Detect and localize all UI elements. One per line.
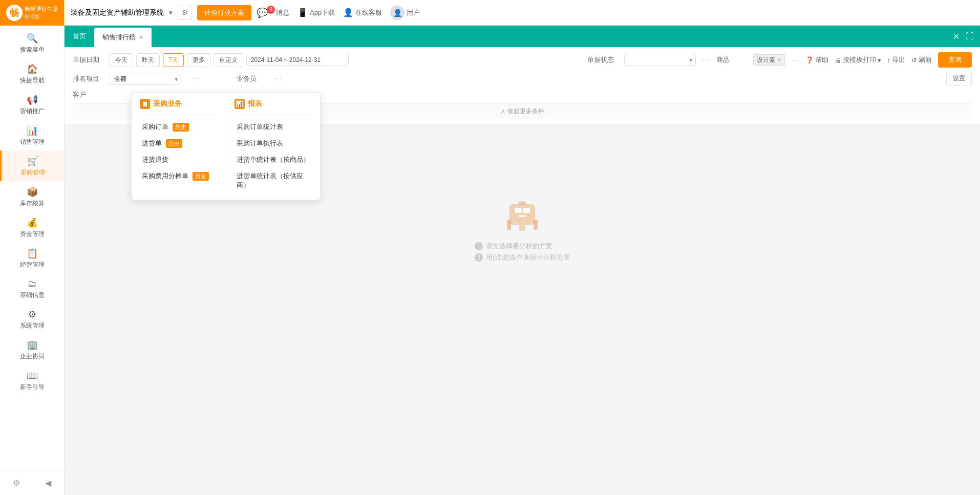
print-dropdown-icon: ▾	[878, 56, 881, 64]
tab-home[interactable]: 首页	[65, 26, 94, 47]
dot-separator-2: ⋯	[791, 55, 799, 65]
trial-button[interactable]: 体验行业方案	[197, 5, 251, 20]
dropdown-item-receive-by-product[interactable]: 进货单统计表（按商品）	[235, 152, 312, 168]
empty-hints: 1 请先选择要分析的方案 2 用[过滤]条件来缩小分析范围	[475, 242, 569, 262]
date-7days-btn[interactable]: 7天	[163, 53, 184, 67]
dropdown-item-purchase-expense[interactable]: 采购费用分摊单 历史	[140, 168, 218, 184]
sidebar-logo: 畅 畅捷通好生意 标准版	[0, 0, 64, 26]
date-more-btn[interactable]: 更多	[187, 53, 210, 67]
service-icon: 👤	[343, 8, 353, 17]
filter-row-2: 排名项目 金额 ⋯ 业务员 ⋯ 设置	[73, 72, 972, 85]
dropdown-item-receive-by-supplier[interactable]: 进货单统计表（按供应商）	[235, 168, 312, 193]
dropdown-col-report-header: 📊 报表	[235, 99, 312, 115]
state-select[interactable]	[624, 54, 696, 66]
purchase-col-title: 采购业务	[153, 99, 182, 109]
topbar: 装备及固定资产辅助管理系统 ▾ ⚙ 体验行业方案 💬 9 消息 📱 App下载 …	[65, 0, 980, 26]
sidebar-item-inventory[interactable]: 📦 库存核算	[0, 181, 64, 212]
user-label: 用户	[407, 8, 420, 17]
sidebar-item-enterprise[interactable]: 🏢 企业协同	[0, 334, 64, 365]
purchase-receive-label: 进货单	[142, 139, 162, 148]
rank-select[interactable]: 金额	[110, 73, 181, 85]
help-btn[interactable]: ❓ 帮助	[805, 55, 828, 64]
sidebar-item-purchase[interactable]: 🛒 采购管理	[0, 150, 64, 181]
empty-illustration	[497, 191, 548, 238]
purchase-dropdown-menu: 📋 采购业务 采购订单 历史 进货单 历史 进货退货 采购费用分摊单 历史	[131, 92, 321, 200]
svg-rect-2	[523, 208, 530, 213]
date-custom-btn[interactable]: 自定义	[214, 53, 243, 67]
guide-icon: 📖	[27, 370, 38, 381]
topbar-settings-btn[interactable]: ⚙	[178, 6, 192, 20]
sidebar-collapse-btn[interactable]: ◀	[43, 476, 53, 490]
product-label: 商品	[716, 55, 747, 64]
dropdown-item-order-stats[interactable]: 采购订单统计表	[235, 119, 312, 135]
message-label: 消息	[276, 8, 289, 17]
sidebar-item-guide[interactable]: 📖 新手引导	[0, 365, 64, 396]
state-select-wrap	[624, 54, 696, 66]
message-btn[interactable]: 💬 9 消息	[257, 7, 289, 18]
sidebar-item-capital[interactable]: 💰 资金管理	[0, 212, 64, 243]
empty-hint-2: 2 用[过滤]条件来缩小分析范围	[475, 253, 569, 262]
history-badge-2: 历史	[166, 139, 182, 148]
sidebar-settings-btn[interactable]: ⚙	[11, 476, 22, 490]
tab-maximize-btn[interactable]: ⛶	[964, 30, 976, 43]
marketing-icon: 📢	[27, 94, 38, 105]
operations-icon: 📋	[27, 248, 38, 259]
tab-sales-ranking-label: 销售排行榜	[102, 33, 136, 42]
product-tag-close-btn[interactable]: ×	[777, 56, 781, 63]
receive-by-product-label: 进货单统计表（按商品）	[237, 155, 310, 164]
online-service-label: 在线客服	[355, 8, 382, 17]
topbar-title: 装备及固定资产辅助管理系统	[71, 8, 164, 17]
sidebar-item-operations[interactable]: 📋 经营管理	[0, 243, 64, 273]
svg-rect-5	[507, 220, 511, 230]
hint2-number: 2	[475, 253, 483, 262]
settings-btn[interactable]: 设置	[946, 72, 972, 85]
logo-text: 畅捷通好生意 标准版	[25, 5, 58, 20]
dropdown-item-purchase-receive[interactable]: 进货单 历史	[140, 135, 218, 152]
query-btn[interactable]: 查询	[938, 52, 972, 68]
hint2-text: 用[过滤]条件来缩小分析范围	[486, 253, 569, 262]
topbar-dropdown-btn[interactable]: ▾	[169, 9, 173, 16]
empty-hint-1: 1 请先选择要分析的方案	[475, 242, 552, 251]
tab-close-btn[interactable]: ✕	[139, 34, 143, 41]
app-download-label: App下载	[310, 8, 335, 17]
tabbar-right: ✕ ⛶	[951, 30, 980, 44]
sidebar-item-sales[interactable]: 📊 销售管理	[0, 120, 64, 150]
svg-rect-0	[509, 204, 535, 225]
tab-close-window-btn[interactable]: ✕	[951, 30, 962, 44]
hint1-text: 请先选择要分析的方案	[486, 242, 552, 251]
app-download-btn[interactable]: 📱 App下载	[297, 8, 335, 17]
sidebar-item-search[interactable]: 🔍 搜索菜单	[0, 28, 64, 58]
user-btn[interactable]: 👤 用户	[390, 6, 420, 20]
svg-rect-1	[515, 208, 522, 213]
date-range-input[interactable]: 2024-11-04 ~ 2024-12-31	[246, 54, 349, 66]
dropdown-col-report: 📊 报表 采购订单统计表 采购订单执行表 进货单统计表（按商品） 进货单统计表（…	[226, 99, 321, 193]
basic-icon: 🗂	[28, 278, 37, 289]
export-btn[interactable]: ↑ 导出	[887, 55, 906, 64]
tab-sales-ranking[interactable]: 销售排行榜 ✕	[94, 28, 152, 47]
refresh-icon: ↺	[911, 56, 917, 64]
sidebar-item-system[interactable]: ⚙ 系统管理	[0, 304, 64, 334]
date-today-btn[interactable]: 今天	[110, 53, 133, 67]
sidebar-item-basic[interactable]: 🗂 基础信息	[0, 273, 64, 304]
sidebar-nav: 🔍 搜索菜单 🏠 快捷导航 📢 营销推广 📊 销售管理 🛒 采购管理 📦 库存核…	[0, 26, 64, 470]
dropdown-item-purchase-order[interactable]: 采购订单 历史	[140, 119, 218, 135]
search-icon: 🔍	[27, 33, 38, 44]
dropdown-item-purchase-return[interactable]: 进货退货	[140, 152, 218, 168]
date-control: 今天 昨天 7天 更多 自定义 2024-11-04 ~ 2024-12-31	[110, 53, 581, 67]
sidebar-item-marketing[interactable]: 📢 营销推广	[0, 89, 64, 120]
sidebar-item-quicknav[interactable]: 🏠 快捷导航	[0, 58, 64, 89]
message-icon: 💬	[257, 7, 268, 18]
refresh-btn[interactable]: ↺ 刷新	[911, 55, 932, 64]
inventory-icon: 📦	[27, 186, 38, 198]
topbar-right: 💬 9 消息 📱 App下载 👤 在线客服 👤 用户	[257, 6, 420, 20]
date-yesterday-btn[interactable]: 昨天	[136, 53, 160, 67]
print-btn[interactable]: 🖨 按模板打印 ▾	[835, 55, 881, 64]
tab-home-label: 首页	[73, 32, 86, 41]
customer-label: 客户	[73, 90, 103, 99]
online-service-btn[interactable]: 👤 在线客服	[343, 8, 382, 17]
message-badge: 9	[267, 6, 275, 14]
dot-separator-4: ⋯	[273, 74, 282, 83]
receive-by-supplier-label: 进货单统计表（按供应商）	[237, 171, 310, 190]
settings-btn-wrap: 设置	[946, 72, 972, 85]
dropdown-item-order-exec[interactable]: 采购订单执行表	[235, 135, 312, 152]
